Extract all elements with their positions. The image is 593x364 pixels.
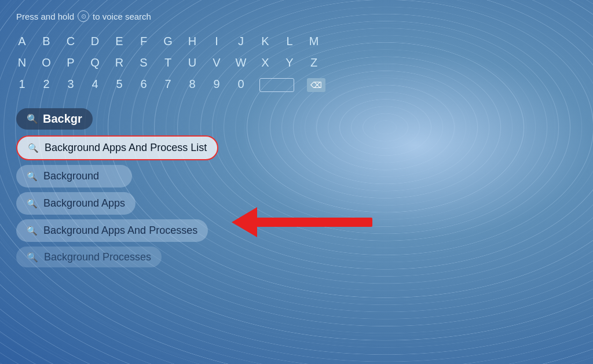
suggestion-background-apps-process-list[interactable]: 🔍 Background Apps And Process List (16, 135, 218, 160)
keyboard-row-1: A B C D E F G H I J K L M (16, 35, 577, 48)
suggestion-text-3: Background Apps (43, 197, 125, 209)
key-R[interactable]: R (114, 56, 125, 69)
search-bar-icon: 🔍 (27, 113, 38, 124)
key-6[interactable]: 6 (138, 78, 149, 92)
keyboard-row-2: N O P Q R S T U V W X Y Z (16, 56, 577, 69)
key-Z[interactable]: Z (308, 56, 320, 69)
key-backspace[interactable]: ⌫ (307, 78, 325, 92)
key-8[interactable]: 8 (186, 78, 198, 92)
key-N[interactable]: N (16, 56, 28, 69)
key-3[interactable]: 3 (65, 78, 76, 92)
voice-hint-prefix: Press and hold (16, 12, 74, 21)
suggestion-background-apps-and-processes[interactable]: 🔍 Background Apps And Processes (16, 219, 208, 242)
search-bar[interactable]: 🔍 Backgr (16, 108, 93, 130)
suggestion-text-2: Background (43, 170, 99, 182)
key-W[interactable]: W (235, 56, 247, 69)
voice-hint: Press and hold ⊙ to voice search (16, 10, 577, 22)
key-E[interactable]: E (114, 35, 125, 48)
key-J[interactable]: J (235, 35, 247, 48)
key-Y[interactable]: Y (284, 56, 295, 69)
key-4[interactable]: 4 (89, 78, 101, 92)
key-P[interactable]: P (65, 56, 76, 69)
suggestions-list: 🔍 Background Apps And Process List 🔍 Bac… (16, 135, 577, 267)
key-1[interactable]: 1 (16, 78, 28, 92)
suggestion-background[interactable]: 🔍 Background (16, 165, 132, 187)
suggestion-text-1: Background Apps And Process List (45, 142, 207, 154)
suggestion-text-5: Background Processes (44, 251, 151, 263)
key-K[interactable]: K (259, 35, 271, 48)
key-2[interactable]: 2 (41, 78, 52, 92)
key-I[interactable]: I (211, 35, 222, 48)
suggestion-search-icon-1: 🔍 (28, 143, 39, 153)
key-T[interactable]: T (162, 56, 174, 69)
key-A[interactable]: A (16, 35, 28, 48)
suggestion-search-icon-5: 🔍 (27, 252, 38, 263)
key-5[interactable]: 5 (114, 78, 125, 92)
key-L[interactable]: L (284, 35, 295, 48)
key-F[interactable]: F (138, 35, 149, 48)
key-7[interactable]: 7 (162, 78, 174, 92)
mic-icon: ⊙ (78, 10, 89, 22)
key-H[interactable]: H (186, 35, 198, 48)
suggestion-text-4: Background Apps And Processes (43, 225, 197, 237)
key-C[interactable]: C (65, 35, 76, 48)
key-X[interactable]: X (259, 56, 271, 69)
key-S[interactable]: S (138, 56, 149, 69)
suggestion-background-processes[interactable]: 🔍 Background Processes (16, 247, 162, 267)
key-V[interactable]: V (211, 56, 222, 69)
suggestion-search-icon-4: 🔍 (27, 226, 38, 236)
key-0[interactable]: 0 (235, 78, 247, 92)
key-U[interactable]: U (186, 56, 198, 69)
keyboard-row-3: 1 2 3 4 5 6 7 8 9 0 ⌫ (16, 78, 577, 92)
keyboard: A B C D E F G H I J K L M N O P Q R S T … (16, 35, 577, 92)
suggestion-background-apps[interactable]: 🔍 Background Apps (16, 192, 136, 215)
key-Q[interactable]: Q (89, 56, 101, 69)
search-bar-text: Backgr (43, 112, 82, 126)
key-G[interactable]: G (162, 35, 174, 48)
key-M[interactable]: M (308, 35, 320, 48)
voice-hint-suffix: to voice search (93, 12, 151, 21)
suggestion-search-icon-2: 🔍 (27, 171, 38, 182)
key-D[interactable]: D (89, 35, 101, 48)
key-9[interactable]: 9 (211, 78, 222, 92)
key-space[interactable] (259, 78, 294, 92)
key-O[interactable]: O (41, 56, 52, 69)
key-B[interactable]: B (41, 35, 52, 48)
suggestion-search-icon-3: 🔍 (27, 198, 38, 209)
